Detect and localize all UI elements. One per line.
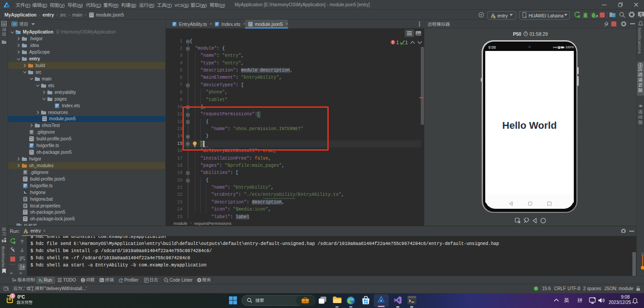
svg-text:B: B xyxy=(559,46,560,49)
